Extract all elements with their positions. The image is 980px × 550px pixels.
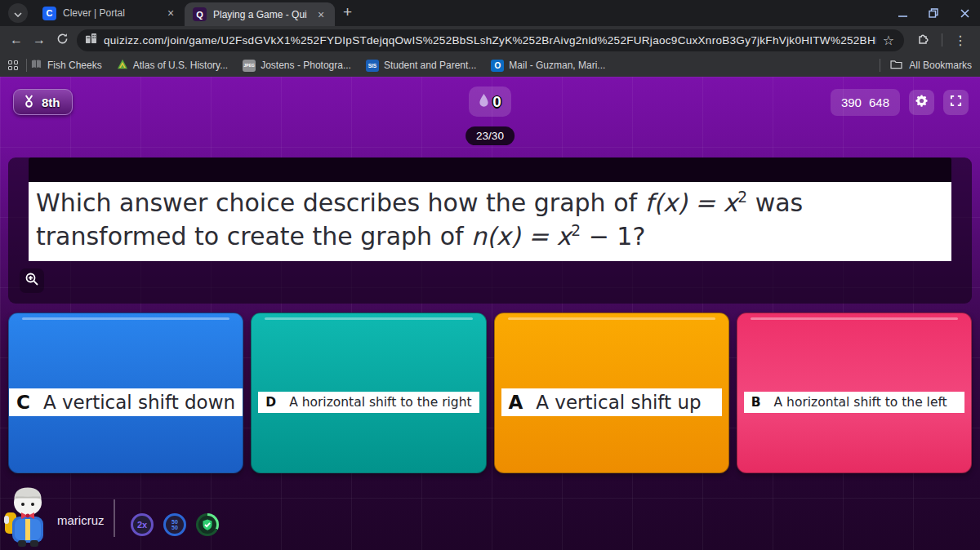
url-text[interactable]: quizizz.com/join/game/U2FsdGVkX1%252FYDI…: [104, 34, 876, 47]
bookmark-student-parent[interactable]: SIS Student and Parent...: [366, 60, 476, 72]
answer-key: A: [509, 392, 523, 413]
clever-favicon: C: [42, 7, 56, 20]
fifty-bottom: 50: [172, 525, 178, 530]
toolbar-separator: [942, 33, 942, 47]
bookmark-jostens[interactable]: JPEG Jostens - Photogra...: [243, 60, 351, 72]
folder-icon: [890, 60, 902, 72]
answer-card-d[interactable]: D A horizontal shift to the right: [251, 313, 486, 473]
answer-text: A horizontal shift to the right: [289, 395, 471, 410]
bookmark-star-icon[interactable]: ☆: [876, 33, 901, 48]
answer-options: C A vertical shift down D A horizontal s…: [8, 313, 972, 473]
minimize-button[interactable]: [887, 0, 918, 26]
question-math: f(x) = x: [645, 189, 738, 217]
reload-button[interactable]: [51, 29, 74, 51]
browser-menu-button[interactable]: ⋮: [949, 29, 972, 51]
fifty-top: 50: [172, 519, 178, 525]
answer-card-a[interactable]: A A vertical shift up: [494, 313, 729, 473]
question-part: Which answer choice describes how the gr…: [36, 189, 645, 217]
all-bookmarks[interactable]: All Bookmarks: [876, 59, 972, 72]
tab-search-button[interactable]: [8, 3, 28, 23]
answer-strip: D A horizontal shift to the right: [258, 392, 479, 413]
zoom-question-button[interactable]: [20, 268, 44, 293]
question-text: Which answer choice describes how the gr…: [29, 182, 951, 261]
quizizz-game-area: 8th 0 390 648 23/30: [0, 77, 980, 550]
browser-titlebar: C Clever | Portal × Q Playing a Game - Q…: [0, 0, 980, 26]
bookmark-fish-cheeks[interactable]: Fish Cheeks: [30, 59, 102, 72]
question-part: − 1?: [581, 222, 645, 251]
powerup-double-points[interactable]: 2x: [131, 513, 154, 536]
quizizz-favicon: Q: [193, 7, 207, 21]
puzzle-extension-icon: [917, 32, 930, 48]
bookmarks-separator: [26, 59, 27, 72]
bookmark-label: Fish Cheeks: [47, 60, 102, 71]
settings-button[interactable]: [909, 90, 934, 115]
toolbar-right: ⋮: [909, 29, 975, 51]
bookmark-mail-outlook[interactable]: O Mail - Guzman, Mari...: [491, 60, 605, 72]
bookmark-label: Student and Parent...: [384, 60, 476, 71]
streak-value: 0: [492, 93, 501, 111]
site-info-icon[interactable]: [85, 33, 97, 47]
score-display: 390 648: [831, 89, 900, 116]
outlook-icon: O: [491, 60, 504, 72]
extensions-button[interactable]: [912, 29, 935, 51]
forward-button[interactable]: →: [28, 29, 51, 51]
score-primary: 390: [841, 95, 862, 109]
book-icon: [30, 59, 42, 72]
reload-icon: [56, 33, 69, 48]
answer-key: B: [751, 395, 761, 410]
rank-label: 8th: [42, 95, 60, 109]
answer-text: A vertical shift up: [536, 392, 701, 413]
new-tab-button[interactable]: +: [335, 3, 362, 26]
streak-counter: 0: [469, 86, 511, 117]
answer-key: C: [16, 392, 30, 413]
player-avatar: [3, 483, 52, 550]
bookmark-label: Jostens - Photogra...: [261, 60, 351, 71]
tab-quizizz-game[interactable]: Q Playing a Game - Quizizz ×: [185, 2, 335, 26]
sis-icon: SIS: [366, 60, 379, 72]
powerup-shield[interactable]: [196, 513, 219, 536]
double-points-label: 2x: [137, 521, 147, 530]
question-panel: Which answer choice describes how the gr…: [8, 157, 972, 304]
answer-strip: A A vertical shift up: [501, 388, 722, 416]
tab-clever-portal[interactable]: C Clever | Portal ×: [34, 0, 185, 26]
answer-card-b[interactable]: B A horizontal shift to the left: [737, 313, 972, 473]
shield-check-icon: [198, 516, 216, 534]
restore-button[interactable]: [918, 0, 949, 26]
bookmarks-bar: Fish Cheeks Atlas of U.S. History... JPE…: [0, 54, 980, 77]
jpeg-file-icon: JPEG: [243, 60, 256, 72]
close-tab-icon[interactable]: ×: [163, 6, 178, 20]
apps-grid-icon[interactable]: [8, 60, 18, 70]
close-window-button[interactable]: [949, 0, 980, 26]
rank-badge: 8th: [13, 89, 73, 115]
question-exponent: 2: [737, 189, 747, 206]
bookmark-label: Mail - Guzman, Mari...: [509, 60, 605, 71]
chevron-down-icon: [14, 6, 22, 20]
browser-toolbar: ← → quizizz.com/join/game/U2FsdGVkX1%252…: [0, 26, 980, 54]
answer-text: A vertical shift down: [43, 392, 235, 413]
question-top-strip: [29, 157, 951, 182]
answer-strip: C A vertical shift down: [9, 388, 243, 416]
medal-icon: [22, 94, 36, 111]
fullscreen-icon: [950, 95, 962, 110]
address-bar[interactable]: quizizz.com/join/game/U2FsdGVkX1%252FYDI…: [77, 29, 904, 51]
answer-strip: B A horizontal shift to the left: [744, 392, 964, 413]
answer-text: A horizontal shift to the left: [774, 395, 947, 410]
bookmarks-right-separator: [880, 59, 880, 72]
close-tab-icon[interactable]: ×: [314, 7, 328, 22]
powerup-fifty-fifty[interactable]: 50 50: [163, 513, 186, 536]
tab-label: Playing a Game - Quizizz: [213, 9, 307, 20]
fullscreen-button[interactable]: [943, 90, 969, 115]
powerups-bar: 2x 50 50: [131, 513, 219, 536]
footer-divider: [114, 499, 115, 537]
bookmark-atlas-history[interactable]: Atlas of U.S. History...: [117, 59, 228, 72]
magnifier-plus-icon: [24, 272, 39, 290]
droplet-icon: [479, 93, 489, 110]
question-exponent: 2: [571, 222, 581, 239]
answer-card-c[interactable]: C A vertical shift down: [8, 313, 243, 473]
answer-key: D: [265, 395, 276, 410]
tab-label: Clever | Portal: [63, 7, 157, 19]
all-bookmarks-label: All Bookmarks: [909, 60, 972, 71]
back-button[interactable]: ←: [5, 29, 28, 51]
score-secondary: 648: [869, 95, 889, 109]
question-math: n(x) = x: [471, 222, 571, 251]
